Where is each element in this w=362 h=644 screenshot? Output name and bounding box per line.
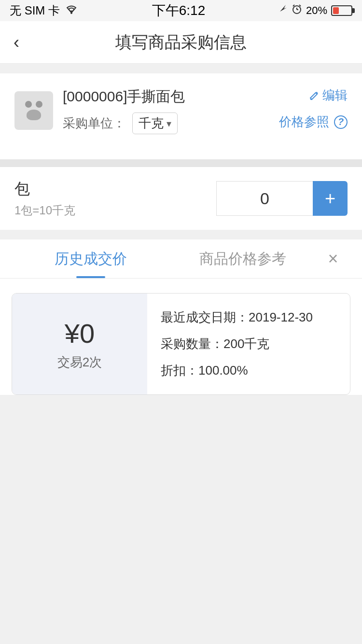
currency-symbol: ¥ — [65, 318, 80, 349]
detail-row-discount: 折扣：100.00% — [161, 361, 336, 380]
quantity-unit-name: 包 — [14, 179, 75, 200]
detail-row-quantity: 采购数量：200千克 — [161, 335, 336, 353]
discount-value: 100.00% — [198, 363, 248, 378]
unit-select[interactable]: 千克 ▾ — [132, 112, 178, 134]
tab-history-label: 历史成交价 — [55, 249, 127, 269]
tabs-close-button[interactable]: × — [319, 239, 348, 278]
svg-line-4 — [293, 5, 294, 6]
tabs-header: 历史成交价 商品价格参考 × — [0, 239, 362, 279]
alarm-icon — [292, 4, 302, 17]
product-card: [0000006]手撕面包 采购单位： 千克 ▾ 编辑 — [0, 73, 362, 159]
section-divider — [0, 159, 362, 167]
price-summary-panel: ¥0 交易2次 — [12, 294, 147, 394]
product-name: [0000006]手撕面包 — [63, 87, 185, 107]
tab-history-price[interactable]: 历史成交价 — [14, 239, 167, 278]
product-logo — [19, 96, 48, 125]
main-background — [0, 409, 362, 644]
unit-value: 千克 — [139, 115, 164, 132]
edit-button[interactable]: 编辑 — [309, 87, 348, 104]
quantity-value: 0 — [260, 189, 269, 208]
price-card: ¥0 交易2次 最近成交日期：2019-12-30 采购数量：200千克 折扣：… — [12, 293, 350, 395]
price-amount: ¥0 — [65, 318, 95, 349]
unit-label: 采购单位： — [63, 115, 125, 132]
svg-line-5 — [299, 5, 301, 6]
close-icon: × — [328, 249, 338, 269]
tabs-container: 历史成交价 商品价格参考 × ¥0 交易2次 最近成交日期：2019-12-30… — [0, 239, 362, 395]
date-label: 最近成交日期： — [161, 310, 249, 324]
location-icon — [279, 4, 288, 17]
quantity-input-group: 0 + — [216, 181, 348, 216]
price-ref-row: 价格参照 ? — [279, 113, 348, 130]
carrier-label: 无 SIM 卡 — [10, 3, 60, 18]
tab-price-reference[interactable]: 商品价格参考 — [167, 239, 319, 278]
quantity-row: 包 1包=10千克 0 + — [0, 167, 362, 230]
product-header: [0000006]手撕面包 采购单位： 千克 ▾ 编辑 — [14, 87, 348, 134]
detail-row-date: 最近成交日期：2019-12-30 — [161, 308, 336, 327]
price-info-icon[interactable]: ? — [334, 115, 348, 129]
tab-active-indicator — [76, 276, 105, 278]
nav-bar: ‹ 填写商品采购信息 — [0, 21, 362, 64]
quantity-conversion: 1包=10千克 — [14, 203, 75, 218]
price-ref-link[interactable]: 价格参照 — [279, 113, 329, 130]
edit-icon — [309, 90, 320, 101]
battery-percent: 20% — [306, 4, 327, 17]
wifi-icon — [65, 4, 78, 17]
product-info: [0000006]手撕面包 采购单位： 千克 ▾ — [63, 87, 185, 134]
status-bar: 无 SIM 卡 下午6:12 20% — [0, 0, 362, 21]
discount-label: 折扣： — [161, 363, 198, 378]
date-value: 2019-12-30 — [249, 310, 313, 324]
plus-icon: + — [325, 188, 335, 209]
price-value: 0 — [80, 318, 95, 349]
quantity-label: 采购数量： — [161, 336, 223, 351]
dropdown-arrow-icon: ▾ — [167, 118, 171, 129]
price-details-panel: 最近成交日期：2019-12-30 采购数量：200千克 折扣：100.00% — [147, 294, 350, 394]
svg-point-0 — [70, 12, 72, 14]
page-title: 填写商品采购信息 — [115, 31, 247, 54]
product-left: [0000006]手撕面包 采购单位： 千克 ▾ — [14, 87, 185, 134]
status-right: 20% — [279, 4, 352, 17]
quantity-input[interactable]: 0 — [216, 181, 313, 216]
tab-price-label: 商品价格参考 — [199, 249, 286, 269]
edit-label: 编辑 — [322, 87, 348, 104]
product-thumbnail — [14, 91, 53, 130]
unit-row: 采购单位： 千克 ▾ — [63, 112, 185, 134]
quantity-detail-value: 200千克 — [223, 336, 269, 351]
quantity-labels: 包 1包=10千克 — [14, 179, 75, 218]
back-button[interactable]: ‹ — [14, 32, 19, 53]
trade-count: 交易2次 — [57, 354, 102, 371]
status-left: 无 SIM 卡 — [10, 3, 78, 18]
quantity-plus-button[interactable]: + — [313, 181, 348, 216]
battery-icon — [331, 5, 352, 16]
status-time: 下午6:12 — [152, 1, 206, 20]
